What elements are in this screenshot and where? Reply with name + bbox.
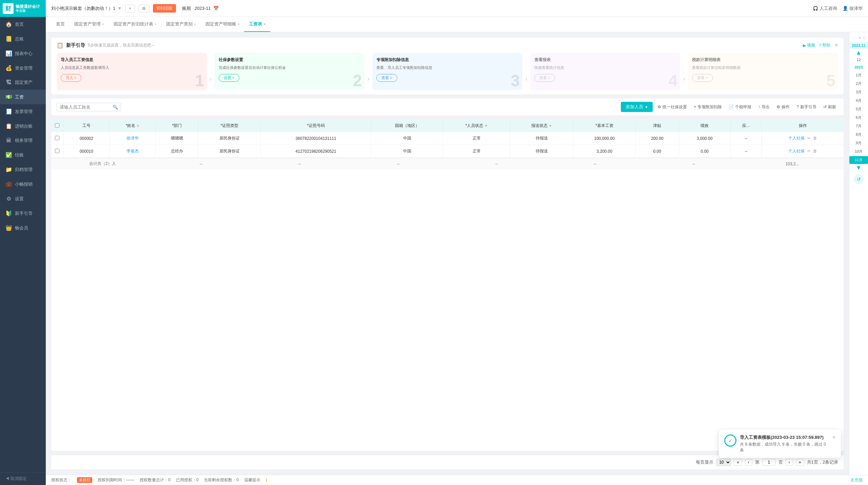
month-4[interactable]: 4月 xyxy=(849,97,868,105)
panel-expand-btn[interactable]: « xyxy=(859,35,861,40)
charge-link[interactable]: 去充值 xyxy=(850,477,863,483)
beginner-guide-btn[interactable]: ? 新手引导 xyxy=(794,103,818,111)
add-employee-button[interactable]: 添加人员 ▼ xyxy=(621,102,653,112)
month-3[interactable]: 3月 xyxy=(849,88,868,96)
guide-step-4-btn[interactable]: 查看 > xyxy=(534,74,555,82)
next-page-btn[interactable]: › xyxy=(786,459,793,466)
sidebar-item-member[interactable]: 👑 畅会员 xyxy=(0,221,46,235)
page-number-input[interactable] xyxy=(762,459,776,466)
sidebar-item-expense[interactable]: 💼 小畅报销 xyxy=(0,177,46,191)
tab-close-icon[interactable]: × xyxy=(102,22,104,26)
search-input[interactable] xyxy=(60,105,111,110)
guide-step-3-btn[interactable]: 查看 > xyxy=(376,74,397,82)
sidebar-item-finance[interactable]: 💰 资金管理 xyxy=(0,61,46,75)
month-9[interactable]: 9月 xyxy=(849,139,868,147)
old-version-button[interactable]: 切到旧版 xyxy=(153,4,176,13)
total-count: 合计共（2）人 xyxy=(57,161,149,167)
employee-action[interactable]: 个人社保 ✏ 🗑 xyxy=(762,132,844,145)
first-page-btn[interactable]: « xyxy=(734,459,742,466)
col-allowance: 津贴 xyxy=(635,119,679,132)
month-6[interactable]: 6月 xyxy=(849,114,868,122)
sidebar-item-assets[interactable]: 🏗 固定资产 xyxy=(0,75,46,90)
filter-icon[interactable]: ▼ xyxy=(485,124,488,128)
filter-icon[interactable]: ▼ xyxy=(549,124,552,128)
edit-icon[interactable]: ✏ xyxy=(807,149,811,153)
tab-close-icon[interactable]: × xyxy=(263,22,265,26)
tax-report-btn[interactable]: 📄 个税申报 xyxy=(727,103,753,111)
tab-fixed-assets[interactable]: 固定资产管理 × xyxy=(70,17,109,32)
sidebar-item-settings[interactable]: ⚙ 设置 xyxy=(0,191,46,206)
social-security-btn[interactable]: ⚙ 统一社保设置 xyxy=(655,103,689,111)
sidebar-item-guide[interactable]: 🔰 新手引导 xyxy=(0,206,46,221)
deduction-btn[interactable]: + 专项附加扣除 xyxy=(692,103,724,111)
account-selector[interactable]: 刘小艳演示账套（勿删勿动！）1 ▼ xyxy=(51,5,122,12)
tab-home[interactable]: 首页 xyxy=(51,17,70,32)
ai-consult-button[interactable]: 🎧 人工咨询 xyxy=(813,5,837,12)
guide-help-btn[interactable]: ? 帮助 xyxy=(819,42,831,48)
tab-close-icon[interactable]: × xyxy=(238,22,240,26)
last-page-btn[interactable]: » xyxy=(796,459,804,466)
sidebar-item-payroll[interactable]: 💵 工资 xyxy=(0,90,46,104)
month-11[interactable]: 11月 xyxy=(849,156,868,164)
employee-name[interactable]: 徐泽华 xyxy=(110,132,156,145)
sidebar-item-invoice[interactable]: 🧾 发票管理 xyxy=(0,104,46,119)
row-checkbox[interactable] xyxy=(51,145,63,158)
employee-action[interactable]: 个人社保 ✏ 🗑 xyxy=(762,145,844,158)
sort-icon[interactable]: ⇅ xyxy=(137,124,139,128)
refresh-btn[interactable]: ↺ 刷新 xyxy=(821,103,838,111)
month-1[interactable]: 1月 xyxy=(849,71,868,79)
export-btn[interactable]: ↑ 导出 xyxy=(756,103,772,111)
select-all-checkbox[interactable] xyxy=(55,123,59,128)
tab-asset-detail[interactable]: 固定资产明细账 × xyxy=(201,17,244,32)
guide-close-btn[interactable]: × xyxy=(834,42,838,49)
sidebar-item-sales[interactable]: 📋 进销台账 xyxy=(0,119,46,133)
sidebar-item-home[interactable]: 🏠 首页 xyxy=(0,17,46,32)
calendar-icon[interactable]: 📅 xyxy=(213,6,219,11)
month-5[interactable]: 5月 xyxy=(849,105,868,113)
payroll-icon: 💵 xyxy=(5,94,12,100)
row-checkbox[interactable] xyxy=(51,132,63,145)
settings-button[interactable]: ⚙ xyxy=(138,4,150,13)
social-security-link[interactable]: 个人社保 xyxy=(788,136,805,141)
month-7[interactable]: 7月 xyxy=(849,122,868,130)
tab-asset-category[interactable]: 固定资产类别 × xyxy=(161,17,201,32)
sidebar-item-reports[interactable]: 📊 报表中心 xyxy=(0,46,46,61)
delete-icon[interactable]: 🗑 xyxy=(813,136,817,141)
employee-name[interactable]: 李俊杰 xyxy=(110,145,156,158)
year-2023[interactable]: 2023 xyxy=(849,64,868,71)
sidebar-item-close[interactable]: ✅ 结账 xyxy=(0,148,46,162)
guide-video-btn[interactable]: ▶ 视频 xyxy=(803,42,815,48)
toast-close-btn[interactable]: × xyxy=(832,434,835,441)
guide-step-1-btn[interactable]: 导入 > xyxy=(61,74,81,82)
panel-maximize-btn[interactable]: □ xyxy=(864,35,866,40)
sidebar-item-archive[interactable]: 📁 归档管理 xyxy=(0,162,46,177)
sidebar-item-ledger[interactable]: 📒 总账 xyxy=(0,32,46,46)
month-2[interactable]: 2月 xyxy=(849,80,868,88)
sidebar-item-tax[interactable]: 🏛 税务管理 xyxy=(0,133,46,148)
month-12[interactable]: 12 xyxy=(849,56,868,63)
unfix-sidebar-button[interactable]: ◀ 取消固定 xyxy=(0,472,46,485)
toast-title: 导入工资表模板(2023-03-23 15:07:59.897) xyxy=(740,434,829,441)
edit-icon[interactable]: ✏ xyxy=(807,136,811,141)
tab-payroll[interactable]: 工资表 × xyxy=(244,17,270,32)
user-avatar[interactable]: 👤 徐泽华 xyxy=(843,5,863,12)
month-8[interactable]: 8月 xyxy=(849,131,868,138)
tab-depreciation[interactable]: 固定资产折旧统计表 × xyxy=(109,17,161,32)
month-10[interactable]: 10月 xyxy=(849,148,868,155)
tab-close-icon[interactable]: × xyxy=(155,22,157,26)
operation-btn[interactable]: ⚙ 操作 xyxy=(774,103,792,111)
guide-step-2-btn[interactable]: 设置 > xyxy=(219,74,239,82)
select-all-header[interactable] xyxy=(51,119,63,132)
page-size-select[interactable]: 10 20 50 xyxy=(716,459,731,466)
refresh-small-btn[interactable]: ↺ xyxy=(854,174,864,184)
scroll-up-btn[interactable]: ▲ xyxy=(856,50,862,56)
add-account-button[interactable]: + xyxy=(125,4,135,13)
toast-notification: ✓ 导入工资表模板(2023-03-23 15:07:59.897) 共 9 条… xyxy=(719,430,841,458)
social-security-link[interactable]: 个人社保 xyxy=(788,149,805,153)
guide-step-5-btn[interactable]: 查看 > xyxy=(692,74,713,82)
tab-close-icon[interactable]: × xyxy=(194,22,196,26)
prev-page-btn[interactable]: ‹ xyxy=(745,459,752,466)
delete-icon[interactable]: 🗑 xyxy=(813,149,817,153)
search-icon[interactable]: 🔍 xyxy=(113,105,118,110)
scroll-down-btn[interactable]: ▼ xyxy=(856,165,862,171)
